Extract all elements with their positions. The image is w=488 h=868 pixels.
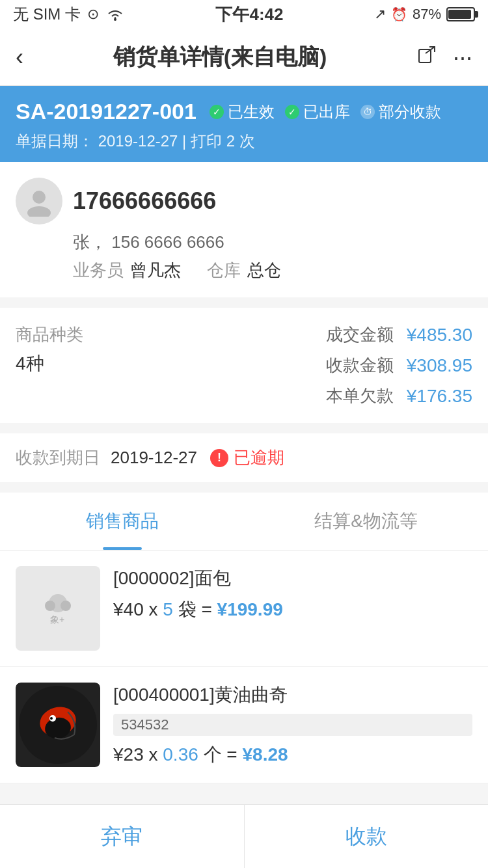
product-image-2 xyxy=(16,683,100,767)
nav-bar: ‹ 销货单详情(来自电脑) ··· xyxy=(0,29,488,86)
status-bar-time: 下午4:42 xyxy=(215,3,283,26)
status-active-label: 已生效 xyxy=(228,102,275,122)
tab-sales-label: 销售商品 xyxy=(86,509,159,534)
product-name-1: [0000002]面包 xyxy=(113,566,472,591)
tab-sales-products[interactable]: 销售商品 xyxy=(0,493,244,550)
product-total-2: ¥8.28 xyxy=(242,744,288,765)
header-banner: SA-20191227-001 ✓ 已生效 ✓ 已出库 ⏱ 部分收款 单据日期：… xyxy=(0,86,488,162)
product-total-1: ¥199.99 xyxy=(217,599,283,619)
confirm-button[interactable]: 收款 xyxy=(245,805,489,868)
location-icon: ↗ xyxy=(374,6,386,23)
status-bar-left: 无 SIM 卡 ⊙ xyxy=(13,4,125,25)
svg-point-5 xyxy=(45,601,55,611)
tabs-row: 销售商品 结算&物流等 xyxy=(0,493,488,550)
overdue-warning-icon: ! xyxy=(210,449,228,467)
due-date-label: 收款到期日 xyxy=(16,446,100,469)
amount-value: ¥485.30 xyxy=(407,325,472,346)
due-date-value: 2019-12-27 xyxy=(111,448,197,468)
order-date: 2019-12-27 xyxy=(98,132,178,150)
amount-label: 成交金额 xyxy=(326,323,394,346)
received-value: ¥308.95 xyxy=(407,355,472,376)
tab-settlement-label: 结算&物流等 xyxy=(314,509,418,534)
nav-actions: ··· xyxy=(416,44,472,71)
product-type-count: 4种 xyxy=(16,351,83,376)
battery-fill xyxy=(448,10,471,19)
product-info-2: [000400001]黄油曲奇 534532 ¥23 x 0.36 个 = ¥8… xyxy=(113,683,472,767)
cancel-button[interactable]: 弃审 xyxy=(0,805,245,868)
stats-right: 成交金额 ¥485.30 收款金额 ¥308.95 本单欠款 ¥176.35 xyxy=(326,323,472,407)
tab-settlement[interactable]: 结算&物流等 xyxy=(244,493,488,550)
overdue-badge: ! 已逾期 xyxy=(210,446,284,469)
due-section: 收款到期日 2019-12-27 ! 已逾期 xyxy=(0,433,488,482)
customer-section: 17666666666 张， 156 6666 6666 业务员 曾凡杰 仓库 … xyxy=(0,162,488,297)
confirm-label: 收款 xyxy=(346,822,387,851)
wifi-signal-icon xyxy=(105,7,125,21)
status-badges: ✓ 已生效 ✓ 已出库 ⏱ 部分收款 xyxy=(210,102,441,122)
product-list: 象+ [0000002]面包 ¥40 x 5 袋 = ¥199.99 xyxy=(0,550,488,783)
header-date: 单据日期： 2019-12-27 | 打印 2 次 xyxy=(16,131,472,152)
more-icon[interactable]: ··· xyxy=(453,44,472,71)
stats-received-row: 收款金额 ¥308.95 xyxy=(326,354,472,377)
clock-partial-icon: ⏱ xyxy=(360,105,375,119)
battery-icon xyxy=(446,7,475,21)
customer-row: 17666666666 xyxy=(16,178,472,224)
page-title: 销货单详情(来自电脑) xyxy=(113,42,327,72)
product-price-row-1: ¥40 x 5 袋 = ¥199.99 xyxy=(113,597,472,622)
status-partial-label: 部分收款 xyxy=(379,102,441,122)
alarm-icon: ⏰ xyxy=(391,7,407,22)
wifi-icon: ⊙ xyxy=(87,6,99,23)
product-item-1: 象+ [0000002]面包 ¥40 x 5 袋 = ¥199.99 xyxy=(0,550,488,667)
overdue-text: 已逾期 xyxy=(234,446,284,469)
svg-text:象+: 象+ xyxy=(50,614,64,625)
product-price-row-2: ¥23 x 0.36 个 = ¥8.28 xyxy=(113,742,472,767)
product-info-1: [0000002]面包 ¥40 x 5 袋 = ¥199.99 xyxy=(113,566,472,622)
customer-id: 17666666666 xyxy=(73,187,216,215)
status-shipped-label: 已出库 xyxy=(303,102,350,122)
check-shipped-icon: ✓ xyxy=(285,105,299,119)
print-count: | 打印 2 次 xyxy=(182,132,255,150)
received-label: 收款金额 xyxy=(326,354,394,377)
tab-active-indicator xyxy=(103,547,142,550)
stats-amount-row: 成交金额 ¥485.30 xyxy=(326,323,472,346)
customer-phone: 张， 156 6666 6666 xyxy=(73,231,472,254)
product-item-2: [000400001]黄油曲奇 534532 ¥23 x 0.36 个 = ¥8… xyxy=(0,667,488,783)
stats-due-row: 本单欠款 ¥176.35 xyxy=(326,385,472,407)
customer-avatar xyxy=(16,178,62,224)
cancel-label: 弃审 xyxy=(101,822,142,851)
svg-point-0 xyxy=(114,18,116,21)
status-bar-right: ↗ ⏰ 87% xyxy=(374,6,475,23)
check-active-icon: ✓ xyxy=(210,105,224,119)
product-image-dark-2 xyxy=(16,683,100,767)
svg-point-6 xyxy=(61,601,71,611)
header-banner-top: SA-20191227-001 ✓ 已生效 ✓ 已出库 ⏱ 部分收款 xyxy=(16,99,472,124)
tabs-section: 销售商品 结算&物流等 xyxy=(0,493,488,550)
product-image-placeholder-1: 象+ xyxy=(16,566,100,651)
svg-point-12 xyxy=(50,717,53,720)
back-button[interactable]: ‹ xyxy=(16,44,23,71)
due-amount-value: ¥176.35 xyxy=(407,386,472,407)
product-type-label: 商品种类 xyxy=(16,323,83,346)
customer-warehouse: 仓库 总仓 xyxy=(207,259,281,282)
status-partial: ⏱ 部分收款 xyxy=(360,102,441,122)
customer-salesperson: 业务员 曾凡杰 xyxy=(73,259,181,282)
status-shipped: ✓ 已出库 xyxy=(285,102,350,122)
product-name-2: [000400001]黄油曲奇 xyxy=(113,683,472,707)
share-icon[interactable] xyxy=(416,44,437,70)
status-active: ✓ 已生效 xyxy=(210,102,275,122)
carrier-text: 无 SIM 卡 xyxy=(13,4,81,25)
status-bar: 无 SIM 卡 ⊙ 下午4:42 ↗ ⏰ 87% xyxy=(0,0,488,29)
bottom-bar: 弃审 收款 xyxy=(0,804,488,868)
svg-point-3 xyxy=(27,206,51,217)
customer-info-row: 张， 156 6666 6666 业务员 曾凡杰 仓库 总仓 xyxy=(16,231,472,282)
product-sku-2: 534532 xyxy=(113,714,472,736)
due-amount-label: 本单欠款 xyxy=(326,385,394,407)
product-qty-1: 5 xyxy=(163,599,173,619)
svg-point-2 xyxy=(33,191,46,204)
product-qty-2: 0.36 xyxy=(163,744,198,765)
battery-percent: 87% xyxy=(413,6,441,23)
customer-meta: 业务员 曾凡杰 仓库 总仓 xyxy=(73,259,472,282)
stats-section: 商品种类 4种 成交金额 ¥485.30 收款金额 ¥308.95 本单欠款 ¥… xyxy=(0,308,488,423)
product-image-1: 象+ xyxy=(16,566,100,651)
stats-left: 商品种类 4种 xyxy=(16,323,83,376)
order-id: SA-20191227-001 xyxy=(16,99,197,124)
